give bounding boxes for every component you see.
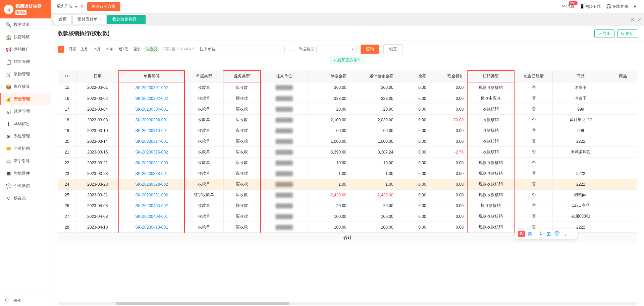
table-cell[interactable]: SK-20230328-002 (119, 179, 184, 190)
doc-link[interactable]: SK-20230418-001 (135, 225, 168, 230)
doc-link[interactable]: SK-20230301-002 (135, 85, 168, 90)
expand-more-label: 展开更多条件 (337, 57, 361, 63)
table-cell[interactable]: SK-20230331-002 (119, 190, 184, 200)
table-cell[interactable]: SK-20230418-001 (119, 222, 184, 233)
date-this-month[interactable]: 本月 (91, 46, 103, 52)
sidebar-item-hardware[interactable]: 💻 智能硬件 (0, 167, 51, 180)
date-7days[interactable]: 近7天 (117, 46, 130, 52)
tab-home[interactable]: 首页 (54, 15, 72, 24)
sidebar-item-search[interactable]: 🔍 搜索菜单 (0, 18, 51, 31)
online-service[interactable]: 🎧 在线客服 (606, 4, 628, 9)
col-settings[interactable]: ⚙ (58, 70, 76, 82)
sidebar-item-enterprise[interactable]: 🤝 企业协同 (0, 142, 51, 155)
tab-prepay-close[interactable]: × (100, 17, 102, 21)
sidebar-item-wechat[interactable]: 💬 企业微信 (0, 180, 51, 192)
table-cell: 2023-03-28 (76, 179, 119, 190)
horizontal-scrollbar[interactable] (58, 302, 637, 305)
filter-partner-item: 往来单位 (200, 46, 285, 53)
table-cell: 0.00 (397, 93, 430, 104)
date-last-month[interactable]: 上月 (78, 46, 90, 52)
table-cell[interactable]: SK-20230302-002 (119, 93, 184, 104)
table-cell: 应收款 (223, 104, 261, 115)
table-cell[interactable]: SK-20230304-001 (119, 104, 184, 115)
partner-input[interactable] (218, 46, 285, 53)
sidebar-item-basic[interactable]: ℹ 基础信息 (0, 118, 51, 130)
topbar-dropdown[interactable]: ▾ (75, 4, 77, 9)
date-custom[interactable]: 自定义 (144, 46, 159, 52)
table-cell: 0.00 (397, 115, 430, 125)
finance-icon: 💰 (6, 97, 11, 102)
doc-link[interactable]: SK-20230331-002 (135, 193, 168, 197)
table-row: 192023-03-10SK-20230310-001收款单应收款██████6… (58, 125, 637, 136)
filter-expand-button[interactable]: » (58, 46, 64, 53)
export-button[interactable]: ↗ 导出 (594, 29, 614, 38)
query-button[interactable]: 查询 (361, 45, 379, 54)
table-cell[interactable]: SK-20230301-002 (119, 82, 184, 93)
doc-link[interactable]: SK-20230408-001 (135, 214, 168, 219)
table-cell: 应收款 (223, 82, 261, 93)
close-all-icon[interactable]: ✕ (631, 17, 635, 22)
table-cell[interactable]: SK-20230328-001 (119, 168, 184, 179)
sidebar-bottom: ⚙ ◀◀ (0, 294, 51, 306)
tab-home-label: 首页 (59, 16, 67, 22)
doc-link[interactable]: SK-20230302-002 (135, 96, 168, 101)
expand-tabs-icon[interactable]: ⤢ (637, 17, 641, 22)
sidebar-item-inventory[interactable]: 📦 库存核算 (0, 80, 51, 93)
doc-link[interactable]: SK-20230328-002 (135, 182, 168, 187)
doctype-select[interactable]: ▾ (316, 46, 357, 53)
breadcrumb: 系统导航 (56, 4, 72, 9)
table-cell[interactable]: SK-20230403-002 (119, 200, 184, 211)
sidebar-item-label: 经营管理 (14, 109, 30, 114)
doc-link[interactable]: SK-20230328-001 (135, 171, 168, 176)
doc-link[interactable]: SK-20230403-002 (135, 203, 168, 208)
expand-more-button[interactable]: ▾ 展开更多条件 (330, 56, 365, 64)
sidebar-item-sales[interactable]: 📋 销售管理 (0, 56, 51, 68)
doc-link[interactable]: SK-20230315-002 (135, 150, 168, 155)
doc-link[interactable]: SK-20230314-001 (135, 139, 168, 144)
sidebar-item-purchase[interactable]: 🛒 采购管理 (0, 68, 51, 80)
mic-icon: 🎙 (538, 231, 544, 237)
sidebar-item-nav[interactable]: 🏠 快捷导航 (0, 31, 51, 43)
sidebar-item-guide[interactable]: 📖 新手引导 (0, 155, 51, 167)
app-download[interactable]: 📱 App下载 (580, 4, 601, 9)
table-cell[interactable]: SK-20230321-003 (119, 158, 184, 168)
date-this-year[interactable]: 本年 (104, 46, 115, 52)
gear-icon[interactable]: ⚙ (80, 4, 84, 9)
table-cell: 0.00 (430, 125, 467, 136)
scrollbar-thumb[interactable] (116, 302, 289, 305)
sidebar-item-label: 智能硬件 (14, 171, 30, 176)
message-badge[interactable]: ✉ 消息 99+ (562, 4, 574, 9)
table-row: 242023-03-28SK-20230328-002收款单应收款██████1… (58, 179, 637, 190)
table-cell[interactable]: SK-20230310-001 (119, 125, 184, 136)
table-cell[interactable]: SK-20230314-001 (119, 136, 184, 147)
sidebar-item-marketing[interactable]: 📢 营销推广 (0, 43, 51, 56)
doc-link[interactable]: SK-20230310-001 (135, 128, 168, 133)
collapse-icon[interactable]: ◀◀ (13, 297, 20, 303)
filter-settings-button[interactable]: 设置 (383, 44, 403, 54)
table-cell: 2222 (552, 179, 609, 190)
table-cell: 否 (514, 200, 552, 211)
refresh-button[interactable]: ↻ 刷新 (617, 29, 637, 38)
table-cell[interactable]: SK-20230315-002 (119, 147, 184, 158)
tab-writeoff[interactable]: 收款核销执行 × (107, 15, 146, 24)
tab-prepay[interactable]: 预付应付单 × (72, 15, 107, 24)
table-cell[interactable]: SK-20230308-001 (119, 115, 184, 125)
filter-row: » 日期 上月 本月 本年 近7天 更多 自定义 不限 至 2023-07-26… (58, 44, 637, 54)
sidebar-item-finance[interactable]: 💰 资金管理 (0, 93, 51, 105)
col-balance-header: 余额 (397, 70, 430, 82)
table-cell: 3,387.24 (350, 147, 397, 158)
tab-writeoff-close[interactable]: × (139, 17, 141, 21)
doc-link[interactable]: SK-20230321-003 (135, 161, 168, 165)
settings-bottom-icon[interactable]: ⚙ (5, 297, 9, 303)
doc-link[interactable]: SK-20230304-001 (135, 107, 168, 112)
table-cell: 现款收款核销 (467, 158, 514, 168)
table-cell[interactable]: SK-20230408-001 (119, 211, 184, 222)
sidebar-item-system[interactable]: ⚙ 系统管理 (0, 130, 51, 142)
table-cell: 收款核销 (467, 136, 514, 147)
sidebar-item-operations[interactable]: 📊 经营管理 (0, 105, 51, 118)
date-more[interactable]: 更多 (131, 46, 143, 52)
solution-button[interactable]: 体验行业方案 (87, 2, 120, 11)
doc-link[interactable]: SK-20230308-001 (135, 118, 168, 122)
table-cell: 预收中应收 (467, 93, 514, 104)
sidebar-item-member[interactable]: V 畅会员 (0, 192, 51, 204)
